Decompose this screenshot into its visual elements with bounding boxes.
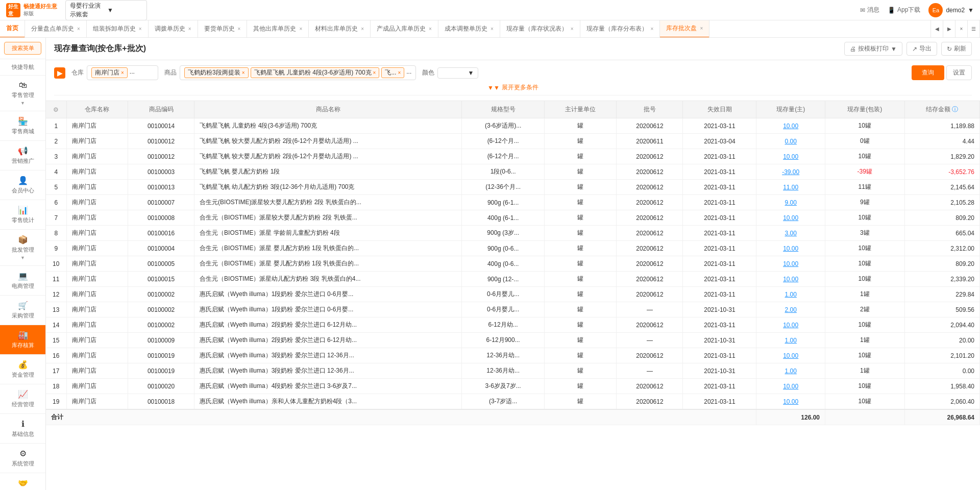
sidebar-search-area: 搜索英单 [0,38,45,59]
cell-batch: 20200612 [617,256,683,272]
search-menu-button[interactable]: 搜索英单 [4,42,41,55]
industry-selector[interactable]: 母婴行业演示账套 ▼ [65,0,147,20]
cell-qty-main[interactable]: 10.00 [756,256,825,272]
close-qita-icon[interactable]: × [299,26,302,32]
tab-yaohuo[interactable]: 要货单历史 × [198,20,248,38]
refresh-btn[interactable]: ↻ 刷新 [941,42,972,56]
warehouse-remove-icon[interactable]: × [121,70,124,76]
cell-code: 00100007 [128,195,194,210]
cell-qty-main[interactable]: 11.00 [756,180,825,195]
nav-arrow-menu[interactable]: ☰ [968,20,980,38]
cell-unit: 罐 [544,348,617,363]
cell-qty-main[interactable]: 1.00 [756,333,825,348]
search-button[interactable]: 查询 [912,65,944,80]
message-btn[interactable]: ✉ 消息 [860,6,879,14]
cell-qty-main[interactable]: -39.00 [756,164,825,180]
cell-qty-main[interactable]: 10.00 [756,348,825,363]
sidebar-item-ecommerce[interactable]: 💻 电商管理 [0,266,45,296]
tab-tiaopi[interactable]: 调拨单历史 × [149,20,198,38]
cell-qty-main[interactable]: 10.00 [756,379,825,394]
close-yaohuo-icon[interactable]: × [238,26,241,32]
sidebar-item-cooperation[interactable]: 🤝 企业协同 [0,473,45,490]
sidebar-item-purchase[interactable]: 🛒 采购管理 [0,296,45,325]
sidebar-item-inventory[interactable]: 🏭 库存核算 [0,325,45,355]
tab-fenpan[interactable]: 分量盘点单历史 × [25,20,87,38]
settings-gear-icon[interactable]: ⚙ [53,106,59,113]
close-zuhe-icon[interactable]: × [139,26,142,32]
cell-code: 00100019 [128,348,194,363]
cell-code: 00100003 [128,164,194,180]
close-xianzai2-icon[interactable]: × [651,26,654,32]
cell-spec: 6-12月幼... [462,317,544,333]
sidebar-item-retail-stats[interactable]: 📊 零售统计 [0,200,45,230]
product-tag1-remove-icon[interactable]: × [242,70,245,76]
sidebar-item-basic[interactable]: ℹ 基础信息 [0,414,45,444]
warehouse-input[interactable]: 南岸门店 × ··· [87,65,158,80]
cell-qty-main[interactable]: 10.00 [756,241,825,256]
sidebar-item-finance[interactable]: 💰 资金管理 [0,355,45,384]
cell-no: 19 [46,394,66,410]
cell-qty-main[interactable]: 10.00 [756,118,825,134]
tab-xianzai1[interactable]: 现存量（库存状况表） × [500,20,580,38]
cell-spec: 900g (3岁... [462,226,544,241]
cell-qty-main[interactable]: 0.00 [756,134,825,149]
wholesale-icon: 📦 [18,235,28,244]
user-area[interactable]: Ea demo2 ▼ [928,3,974,17]
close-chengben-icon[interactable]: × [491,26,494,32]
expand-btn[interactable]: ▼▼ 展开更多条件 [483,82,543,93]
sidebar-item-retail-shop[interactable]: 🏪 零售商城 [0,111,45,141]
cell-qty-main[interactable]: 10.00 [756,210,825,226]
tab-zuhe[interactable]: 组装拆卸单历史 × [87,20,149,38]
cell-qty-main[interactable]: 1.00 [756,287,825,302]
cell-qty-main[interactable]: 10.00 [756,272,825,287]
cell-qty-main[interactable]: 10.00 [756,394,825,410]
table-row: 17 南岸门店 00100019 惠氏启赋（Wyeth illuma）3段奶粉 … [46,363,980,379]
tab-xianzai2[interactable]: 现存量（库存分布表） × [580,20,660,38]
print-btn[interactable]: 🖨 按模板打印 ▼ [844,42,902,56]
sidebar-item-wholesale[interactable]: 📦 批发管理 ▼ [0,230,45,266]
close-fenpan-icon[interactable]: × [77,26,80,32]
nav-arrow-right[interactable]: ▶ [943,20,955,38]
close-chanpin-icon[interactable]: × [429,26,432,32]
cell-qty-main[interactable]: 9.00 [756,195,825,210]
cell-no: 12 [46,287,66,302]
export-btn[interactable]: ↗ 导出 [906,42,937,56]
cell-qty-main[interactable]: 1.00 [756,363,825,379]
sidebar-item-operations[interactable]: 📈 经营管理 [0,384,45,414]
tab-kupici[interactable]: 库存批次盘 × [660,20,709,38]
tab-home[interactable]: 首页 [0,20,25,38]
amount-info-icon[interactable]: ⓘ [952,106,958,113]
tab-chengben[interactable]: 成本调整单历史 × [438,20,500,38]
product-tag3-remove-icon[interactable]: × [398,70,401,76]
cell-qty-main[interactable]: 10.00 [756,149,825,164]
tab-cailiao[interactable]: 材料出库单历史 × [309,20,371,38]
close-xianzai1-icon[interactable]: × [571,26,574,32]
cell-qty-main[interactable]: 3.00 [756,226,825,241]
product-dots[interactable]: ··· [406,69,411,77]
product-tag2-remove-icon[interactable]: × [373,70,376,76]
filter-toggle-btn[interactable]: ▶ [54,67,65,79]
nav-arrow-left[interactable]: ◀ [931,20,943,38]
cell-qty-main[interactable]: 10.00 [756,317,825,333]
product-input[interactable]: 飞鹤奶粉3段两提装 × 飞鹤星飞帆 儿童奶粉 4段(3-6岁适用) 700克 ×… [180,65,416,80]
cell-name: 飞鹤星飞帆 较大婴儿配方奶粉 2段(6-12个月婴幼儿适用) ... [194,149,462,164]
close-cailiao-icon[interactable]: × [361,26,364,32]
warehouse-dots[interactable]: ··· [130,69,135,77]
sidebar-item-system[interactable]: ⚙ 系统管理 [0,444,45,473]
sidebar-item-retail[interactable]: 🛍 零售管理 ▼ [0,76,45,111]
tab-chanpin[interactable]: 产成品入库单历史 × [371,20,438,38]
sidebar-item-marketing[interactable]: 📢 营销推广 [0,141,45,170]
close-tiaopi-icon[interactable]: × [188,26,191,32]
cell-expire: 2021-03-11 [683,272,756,287]
close-kupici-icon[interactable]: × [700,26,703,31]
cell-unit: 罐 [544,394,617,410]
sidebar-item-member[interactable]: 👤 会员中心 [0,170,45,200]
cell-qty-main[interactable]: 2.00 [756,302,825,317]
color-input[interactable]: ▼ [437,67,478,79]
cell-no: 15 [46,333,66,348]
cell-spec: (6-12个月... [462,134,544,149]
app-download-btn[interactable]: 📱 App下载 [888,6,920,14]
tab-qita[interactable]: 其他出库单历史 × [247,20,309,38]
nav-arrow-close[interactable]: × [955,20,968,38]
settings-button[interactable]: 设置 [946,65,972,80]
